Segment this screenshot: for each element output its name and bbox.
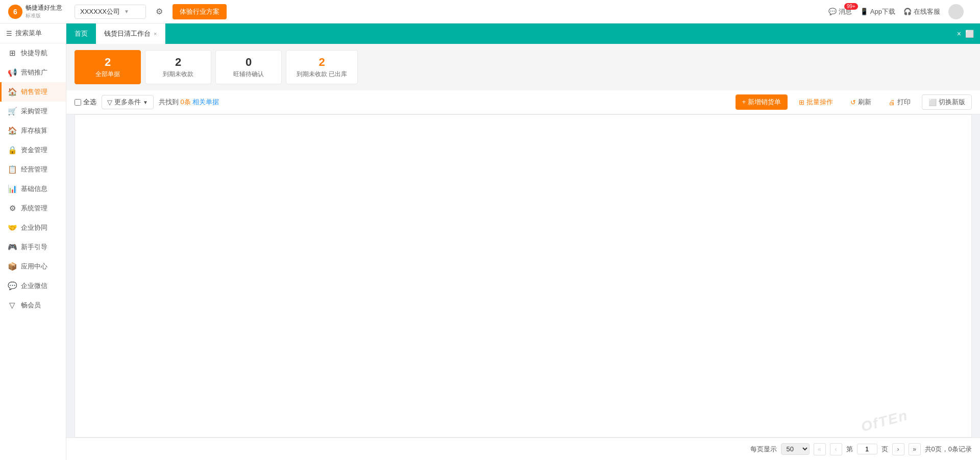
- stat-label-shipped: 到期未收款 已出库: [297, 70, 347, 79]
- lock-icon: 🔒: [8, 146, 17, 155]
- switch-icon: ⬜: [928, 99, 937, 106]
- logo-area: 6 畅捷通好生意 标准版: [8, 4, 75, 19]
- settings-button[interactable]: ⚙: [151, 4, 167, 20]
- logo-icon: 6: [8, 5, 22, 19]
- avatar[interactable]: [948, 4, 964, 19]
- refresh-button[interactable]: ↺ 刷新: [844, 95, 877, 109]
- stat-number-overdue: 2: [156, 56, 201, 69]
- found-count: 0条: [181, 98, 191, 106]
- chat-icon: 💬: [8, 281, 17, 290]
- table-area: [75, 114, 972, 438]
- close-tab-icon[interactable]: ×: [154, 31, 157, 37]
- warehouse-icon: 🏠: [8, 126, 17, 135]
- stat-number-all: 2: [85, 56, 130, 69]
- sidebar-item-sales[interactable]: 🏠 销售管理: [0, 82, 66, 102]
- total-label: 共0页，0条记录: [925, 445, 972, 454]
- print-icon: 🖨: [889, 99, 895, 106]
- main-layout: ☰ 搜索菜单 ⊞ 快捷导航 📢 营销推广 🏠 销售管理 🛒 采购管理 🏠 库存核…: [0, 23, 980, 460]
- search-icon: ☰: [6, 30, 12, 37]
- house-icon: 🏠: [8, 87, 17, 96]
- cart-icon: 🛒: [8, 107, 17, 116]
- online-service-button[interactable]: 🎧 在线客服: [903, 7, 940, 16]
- sidebar-item-app-center[interactable]: 📦 应用中心: [0, 257, 66, 276]
- page-suffix: 页: [881, 445, 888, 454]
- messages-button[interactable]: 💬 消息 99+: [828, 7, 852, 16]
- print-button[interactable]: 🖨 打印: [883, 95, 917, 109]
- handshake-icon: 🤝: [8, 223, 17, 232]
- toolbar: 全选 ▽ 更多条件 ▼ 共找到 0条 相关单据 + 新增销货单 ⊞ 批量操作 ↺: [66, 90, 980, 114]
- logo-text: 畅捷通好生意 标准版: [26, 4, 62, 19]
- switch-version-button[interactable]: ⬜ 切换新版: [922, 94, 972, 110]
- member-icon: ▽: [8, 301, 17, 310]
- batch-icon: ⊞: [799, 99, 804, 106]
- last-page-button[interactable]: »: [909, 443, 921, 455]
- first-page-button[interactable]: «: [814, 443, 826, 455]
- per-page-label: 每页显示: [750, 445, 777, 454]
- table-icon: 📊: [8, 184, 17, 193]
- company-selector[interactable]: XXXXXX公司 ▼: [75, 5, 146, 19]
- sidebar-item-purchase[interactable]: 🛒 采购管理: [0, 102, 66, 121]
- megaphone-icon: 📢: [8, 68, 17, 77]
- stat-number-pending: 0: [226, 56, 271, 69]
- page-label: 第: [846, 445, 853, 454]
- maximize-window-icon[interactable]: ⬜: [965, 30, 974, 38]
- toolbar-right: + 新增销货单 ⊞ 批量操作 ↺ 刷新 🖨 打印 ⬜ 切换新版: [736, 94, 972, 110]
- stat-label-pending: 旺辅待确认: [226, 70, 271, 79]
- sidebar-item-member[interactable]: ▽ 畅会员: [0, 296, 66, 315]
- sidebar: ☰ 搜索菜单 ⊞ 快捷导航 📢 营销推广 🏠 销售管理 🛒 采购管理 🏠 库存核…: [0, 23, 66, 460]
- sidebar-item-basic-info[interactable]: 📊 基础信息: [0, 179, 66, 199]
- tab-workbench[interactable]: 钱货日清工作台 ×: [96, 23, 165, 44]
- gear-icon: ⚙: [156, 7, 163, 16]
- select-all-checkbox[interactable]: [75, 99, 81, 106]
- sidebar-item-marketing[interactable]: 📢 营销推广: [0, 63, 66, 82]
- refresh-icon: ↺: [850, 99, 856, 106]
- clipboard-icon: 📋: [8, 165, 17, 174]
- settings-icon: ⚙: [8, 204, 17, 213]
- sidebar-item-guide[interactable]: 🎮 新手引导: [0, 237, 66, 257]
- chevron-down-icon: ▼: [124, 9, 129, 14]
- next-page-button[interactable]: ›: [892, 443, 904, 455]
- filter-icon: ▽: [107, 99, 112, 106]
- content-area: 首页 钱货日清工作台 × × ⬜ 2 全部单据 2 到期未收款 0: [66, 23, 980, 460]
- header-right: 💬 消息 99+ 📱 App下载 🎧 在线客服: [828, 4, 972, 19]
- chevron-down-icon: ▼: [143, 100, 148, 105]
- stat-card-shipped[interactable]: 2 到期未收款 已出库: [286, 50, 358, 84]
- tab-home[interactable]: 首页: [66, 23, 96, 44]
- add-sales-order-button[interactable]: + 新增销货单: [736, 94, 788, 110]
- batch-operation-button[interactable]: ⊞ 批量操作: [793, 95, 839, 109]
- page-input[interactable]: [857, 444, 877, 454]
- top-header: 6 畅捷通好生意 标准版 XXXXXX公司 ▼ ⚙ 体验行业方案 💬 消息 99…: [0, 0, 980, 23]
- tab-bar: 首页 钱货日清工作台 × × ⬜: [66, 23, 980, 44]
- sidebar-item-weixin[interactable]: 💬 企业微信: [0, 276, 66, 296]
- headset-icon: 🎧: [903, 8, 912, 15]
- trial-button[interactable]: 体验行业方案: [173, 4, 227, 19]
- found-link[interactable]: 相关单据: [192, 98, 219, 106]
- tab-controls: × ⬜: [951, 30, 980, 38]
- sidebar-item-enterprise[interactable]: 🤝 企业协同: [0, 218, 66, 237]
- stat-label-overdue: 到期未收款: [156, 70, 201, 79]
- box-icon: 📦: [8, 262, 17, 271]
- grid-icon: ⊞: [8, 49, 17, 58]
- found-text: 共找到 0条 相关单据: [159, 98, 219, 107]
- prev-page-button[interactable]: ‹: [830, 443, 842, 455]
- filter-button[interactable]: ▽ 更多条件 ▼: [102, 95, 154, 109]
- gamepad-icon: 🎮: [8, 243, 17, 252]
- sidebar-item-quick-nav[interactable]: ⊞ 快捷导航: [0, 43, 66, 63]
- phone-icon: 📱: [860, 8, 868, 15]
- app-download-button[interactable]: 📱 App下载: [860, 7, 895, 16]
- sidebar-item-inventory[interactable]: 🏠 库存核算: [0, 121, 66, 140]
- pagination-bar: 每页显示 50 20 100 « ‹ 第 页 › » 共0页，0条记录: [66, 438, 980, 460]
- stat-card-overdue[interactable]: 2 到期未收款: [145, 50, 211, 84]
- search-menu-button[interactable]: ☰ 搜索菜单: [0, 23, 66, 43]
- sidebar-item-system[interactable]: ⚙ 系统管理: [0, 199, 66, 218]
- select-all-area[interactable]: 全选: [75, 98, 96, 107]
- stat-card-all[interactable]: 2 全部单据: [75, 50, 141, 84]
- per-page-select[interactable]: 50 20 100: [781, 443, 810, 455]
- sidebar-item-finance[interactable]: 🔒 资金管理: [0, 140, 66, 160]
- message-icon: 💬: [828, 8, 837, 15]
- stat-card-pending[interactable]: 0 旺辅待确认: [215, 50, 282, 84]
- sidebar-item-operations[interactable]: 📋 经营管理: [0, 160, 66, 179]
- close-window-icon[interactable]: ×: [957, 30, 961, 38]
- stat-number-shipped: 2: [297, 56, 347, 69]
- stat-label-all: 全部单据: [85, 70, 130, 79]
